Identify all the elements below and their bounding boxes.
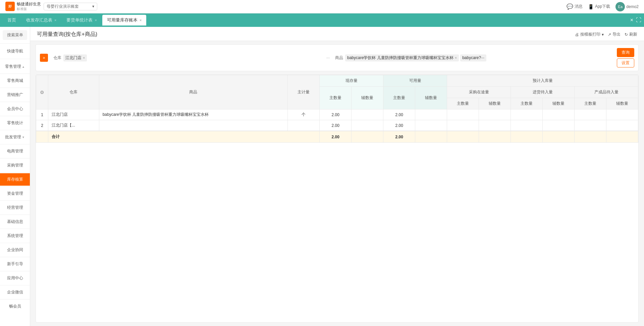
product-tag-babycare2: babycare?··· (460, 54, 486, 61)
divider (0, 130, 30, 130)
sidebar-item-new-guide[interactable]: 新手引导 (0, 258, 30, 270)
tab-available-stock[interactable]: 可用量库存账本 × (102, 15, 146, 26)
cell-purchase-transit-main (447, 109, 479, 120)
th-forecast-group: 预计入库量 (447, 75, 638, 87)
cell-index: 2 (36, 120, 48, 131)
sidebar-item-member-center[interactable]: 会员中心 (0, 103, 30, 115)
divider (0, 271, 30, 271)
th-product: 商品 (99, 75, 288, 109)
tab-available-stock-close[interactable]: × (140, 18, 142, 22)
sidebar-item-inventory-check[interactable]: 库存核算 (0, 173, 30, 186)
avatar: Ea (615, 2, 625, 11)
sidebar-item-system-mgmt[interactable]: 系统管理 (0, 230, 30, 242)
sidebar-item-basic-info[interactable]: 基础信息 (0, 216, 30, 228)
content-area: 可用量查询(按仓库+商品) 🖨 按模板打印 ▾ ↗ 导出 ↻ 刷新 » (30, 27, 644, 326)
th-settings[interactable]: ⚙ (36, 75, 48, 109)
table-scroll[interactable]: ⚙ 仓库 商品 主计量 现存量 可用量 预计入库量 主数量 辅数量 (36, 75, 638, 143)
filter-expand-button[interactable]: » (40, 54, 48, 62)
tab-home[interactable]: 首页 (3, 15, 21, 26)
sidebar-search: 搜索菜单 (0, 27, 30, 44)
th-production-main: 主数量 (575, 98, 606, 109)
warehouse-tag-close[interactable]: × (83, 56, 85, 60)
sidebar-item-ecommerce-mgmt[interactable]: 电商管理 (0, 145, 30, 157)
tab-home-label: 首页 (7, 17, 16, 23)
user-area[interactable]: Ea demo2 (615, 2, 639, 11)
query-button[interactable]: 查询 (617, 48, 634, 57)
cell-unit (288, 120, 320, 131)
product-tag2-text: babycare?··· (462, 55, 484, 60)
sidebar-item-enterprise-collab[interactable]: 企业协同 (0, 244, 30, 256)
sidebar-item-enterprise-wechat-label: 企业微信 (7, 290, 23, 294)
sidebar-item-purchase-mgmt[interactable]: 采购管理 (0, 159, 30, 172)
sidebar-item-vip-member[interactable]: 畅会员 (0, 300, 30, 313)
cell-current-aux (352, 120, 383, 131)
sidebar-item-basic-info-label: 基础信息 (7, 219, 23, 224)
print-button[interactable]: 🖨 按模板打印 ▾ (575, 32, 604, 37)
tab-order-summary-close[interactable]: × (95, 18, 97, 22)
sidebar-item-finance-mgmt-label: 资金管理 (7, 191, 23, 196)
export-button[interactable]: ↗ 导出 (608, 32, 621, 37)
cell-warehouse: 江北门店【... (48, 120, 99, 131)
printer-icon: 🖨 (575, 32, 579, 37)
cell-purchase-transit-aux (479, 120, 511, 131)
divider (0, 74, 30, 74)
sidebar-item-marketing[interactable]: 营销推广 (0, 89, 30, 101)
sidebar-quick-nav-item[interactable]: 快捷导航 (0, 46, 30, 57)
divider (0, 285, 30, 285)
warehouse-filter-label: 仓库 (53, 55, 61, 61)
tab-receipt-summary-label: 收发存汇总表 (26, 17, 52, 23)
product-tag-close[interactable]: × (455, 56, 457, 60)
divider (0, 186, 30, 187)
warehouse-filter-tags: 江北门店 × (63, 54, 324, 61)
message-label: 消息 (575, 4, 583, 9)
divider (0, 243, 30, 243)
export-label: 导出 (612, 32, 621, 37)
cell-current-aux (352, 109, 383, 120)
app-download-button[interactable]: 📱 App下载 (588, 4, 610, 9)
sidebar-item-retail-mgmt[interactable]: 零售管理 ▲ (0, 60, 30, 73)
template-selector[interactable]: 母婴行业演示账套 ▾ (44, 3, 97, 10)
fullscreen-button[interactable]: ⛶ (636, 17, 641, 23)
avatar-text: Ea (618, 5, 623, 9)
footer-label: 合计 (48, 131, 320, 143)
footer-available-main: 2.00 (383, 131, 415, 143)
close-all-tabs-button[interactable]: × (630, 17, 633, 23)
th-production-aux: 辅数量 (606, 98, 638, 109)
filter-actions: 查询 设置 (617, 48, 634, 67)
divider (0, 215, 30, 215)
sidebar-item-inventory-check-label: 库存核算 (7, 177, 23, 182)
th-incoming-main: 主数量 (511, 98, 543, 109)
cell-production-main (575, 120, 606, 131)
cell-incoming-main (511, 120, 543, 131)
sidebar-item-retail-mall[interactable]: 零售商城 (0, 75, 30, 87)
sidebar-item-app-center[interactable]: 应用中心 (0, 272, 30, 284)
filter-settings-button[interactable]: 设置 (617, 58, 634, 67)
tab-order-summary[interactable]: 要货单统计表 × (62, 15, 101, 26)
tab-receipt-summary-close[interactable]: × (54, 18, 56, 22)
product-filter-group: 商品 babycare学饮杯 儿童防摔防撞吸管杯重力球吸嘴杯宝宝水杯 × bab… (335, 54, 611, 61)
filter-bar: » 仓库 江北门店 × ··· 商品 babycare学饮杯 儿童防摔防撞吸管杯… (36, 44, 639, 71)
product-filter-label: 商品 (335, 55, 343, 61)
sidebar-item-operations-mgmt[interactable]: 经营管理 (0, 201, 30, 214)
divider (0, 299, 30, 299)
logo-text: 畅捷通好生意 (17, 2, 41, 6)
divider (0, 88, 30, 88)
filter-more-button[interactable]: ··· (326, 55, 330, 60)
sidebar-item-retail-stats[interactable]: 零售统计 (0, 117, 30, 129)
top-bar-left: 好 畅捷通好生意 标准版 母婴行业演示账套 ▾ (5, 2, 97, 11)
th-purchase-transit-group: 采购在途量 (447, 87, 511, 98)
tab-receipt-summary[interactable]: 收发存汇总表 × (21, 15, 61, 26)
refresh-button[interactable]: ↻ 刷新 (625, 32, 637, 37)
print-chevron-icon: ▾ (602, 32, 604, 37)
warehouse-filter-group: 仓库 江北门店 × ··· (53, 54, 330, 61)
sidebar-item-enterprise-wechat[interactable]: 企业微信 (0, 286, 30, 298)
cell-unit: 个 (288, 109, 320, 120)
main-layout: 搜索菜单 快捷导航 零售管理 ▲ 零售商城 营销推广 会员中心 零售 (0, 27, 644, 326)
message-button[interactable]: 💬 消息 (567, 3, 583, 10)
chevron-down-icon: ▾ (92, 4, 94, 9)
sidebar-item-wholesale-mgmt[interactable]: 批发管理 ▼ (0, 131, 30, 143)
refresh-label: 刷新 (629, 32, 637, 37)
sidebar-item-finance-mgmt[interactable]: 资金管理 (0, 187, 30, 200)
search-menu-button[interactable]: 搜索菜单 (3, 30, 27, 40)
sidebar-item-retail-mgmt-label: 零售管理 (5, 64, 21, 69)
